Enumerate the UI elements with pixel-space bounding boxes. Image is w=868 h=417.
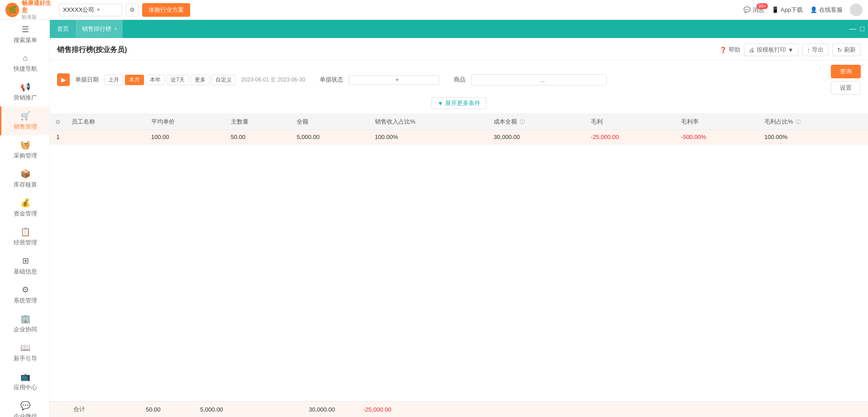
apps-icon: 📺 <box>20 372 30 382</box>
sales-icon: 🛒 <box>20 111 30 121</box>
sidebar-item-basic-label: 基础信息 <box>14 268 37 276</box>
content-area: 首页 销售排行榜 × — □ 销售排行榜(按业务员) ❓ 帮助 🖨 按模 <box>50 20 868 417</box>
sidebar-item-marketing[interactable]: 📢 营销推广 <box>0 77 49 106</box>
refresh-button[interactable]: ↻ 刷新 <box>832 43 861 56</box>
app-download-button[interactable]: 📱 App下载 <box>772 6 803 14</box>
page-title: 销售排行榜(按业务员) <box>57 45 127 55</box>
purchase-icon: 🧺 <box>20 140 30 150</box>
sidebar-item-sales[interactable]: 🛒 销售管理 <box>0 106 49 135</box>
tab-maximize-button[interactable]: □ <box>860 25 864 33</box>
footer-cost-spacer <box>254 406 309 413</box>
enterprise-icon: 🏢 <box>20 314 30 324</box>
sidebar-item-search[interactable]: ☰ 搜索菜单 <box>0 20 49 49</box>
quick-filter-arrow[interactable]: ▶ <box>57 73 70 86</box>
sidebar-item-inventory[interactable]: 📦 库存核算 <box>0 164 49 193</box>
expand-icon: ▼ <box>437 100 443 107</box>
sidebar-item-sales-label: 销售管理 <box>14 123 37 131</box>
th-gross-rate: 毛利率 <box>676 114 759 130</box>
table-body: 1 100.00 50.00 5,000.00 100.00% 30,000.0… <box>50 130 868 144</box>
date-shortcuts: 上月 本月 本年 近7天 更多 自定义 <box>104 75 236 85</box>
expand-more-conditions-button[interactable]: ▼ 展开更多条件 <box>432 97 486 109</box>
date-more-btn[interactable]: 更多 <box>191 75 210 85</box>
footer-label-text: 合计 <box>73 406 85 412</box>
status-dropdown-arrow: ▼ <box>395 77 435 82</box>
refresh-icon: ↻ <box>837 47 842 53</box>
th-avg-price: 平均单价 <box>146 114 225 130</box>
top-bar-right: 💬 消息 99+ 📱 App下载 👤 在线客服 <box>743 4 863 16</box>
export-icon: ↑ <box>807 47 810 53</box>
date-cur-month-btn[interactable]: 本月 <box>125 75 144 85</box>
service-label: 在线客服 <box>819 6 843 14</box>
th-cost: 成本全额 ⓘ <box>488 114 585 130</box>
date-7days-btn[interactable]: 近7天 <box>167 75 189 85</box>
sidebar-item-wechat-label: 企业微信 <box>14 412 37 417</box>
page-header: 销售排行榜(按业务员) ❓ 帮助 🖨 按模板打印 ▼ ↑ 导出 ↻ 刷新 <box>50 38 868 60</box>
settings-text-button[interactable]: 设置 <box>831 81 861 95</box>
filter-row: ▶ 单据日期 上月 本月 本年 近7天 更多 自定义 2023-06-01 至 … <box>57 65 861 95</box>
td-amount: 5,000.00 <box>291 130 369 144</box>
gear-icon: ⚙ <box>129 6 135 13</box>
tab-close-button[interactable]: × <box>114 26 117 32</box>
sidebar-item-wechat[interactable]: 💬 企业微信 <box>0 396 49 417</box>
tab-bar-right: — □ <box>849 25 868 33</box>
table-row[interactable]: 1 100.00 50.00 5,000.00 100.00% 30,000.0… <box>50 130 868 144</box>
query-button[interactable]: 查询 <box>831 65 861 78</box>
sidebar-item-quick-nav[interactable]: ⌂ 快捷导航 <box>0 49 49 77</box>
export-button[interactable]: ↑ 导出 <box>802 43 829 56</box>
logo: 🌿 畅康通好生意 标准版 <box>5 0 55 20</box>
tab-home-label: 首页 <box>57 25 69 33</box>
print-icon: 🖨 <box>749 47 755 53</box>
inventory-icon: 📦 <box>20 169 30 179</box>
footer-total-label: 合计 <box>55 405 146 413</box>
status-filter-label: 单据状态 <box>320 76 343 84</box>
online-service-button[interactable]: 👤 在线客服 <box>810 6 843 14</box>
sidebar-item-enterprise[interactable]: 🏢 企业协同 <box>0 309 49 338</box>
cost-info-icon[interactable]: ⓘ <box>520 119 525 125</box>
footer-amount: 5,000.00 <box>200 406 254 413</box>
page-header-actions: ❓ 帮助 🖨 按模板打印 ▼ ↑ 导出 ↻ 刷新 <box>719 43 861 56</box>
status-filter-select[interactable]: ▼ <box>349 75 439 85</box>
tab-sales-ranking[interactable]: 销售排行榜 × <box>76 20 123 38</box>
company-name: XXXXX公司 <box>63 6 94 14</box>
message-button[interactable]: 💬 消息 99+ <box>743 6 764 14</box>
refresh-label: 刷新 <box>844 46 856 54</box>
help-button[interactable]: ❓ 帮助 <box>719 46 740 54</box>
logo-icon: 🌿 <box>5 3 19 17</box>
th-employee: 员工名称 <box>66 114 146 130</box>
sidebar-item-system-label: 系统管理 <box>14 297 37 305</box>
query-actions: 查询 设置 <box>831 65 861 95</box>
sidebar-item-marketing-label: 营销推广 <box>14 94 37 102</box>
date-range-display: 2023-06-01 至 2023-06-30 <box>241 76 305 84</box>
td-main-qty: 50.00 <box>225 130 292 144</box>
sidebar-item-apps[interactable]: 📺 应用中心 <box>0 367 49 396</box>
print-label: 按模板打印 <box>757 46 786 54</box>
sidebar-item-system[interactable]: ⚙ 系统管理 <box>0 280 49 309</box>
tab-home[interactable]: 首页 <box>50 20 76 38</box>
sidebar-item-guide[interactable]: 📖 新手引导 <box>0 338 49 367</box>
user-avatar[interactable] <box>850 4 863 16</box>
goods-filter-select[interactable]: ... <box>471 74 607 86</box>
company-selector[interactable]: XXXXX公司 ▼ <box>59 4 122 16</box>
td-employee <box>66 130 146 144</box>
tab-minimize-button[interactable]: — <box>849 25 856 33</box>
sidebar-item-operations[interactable]: 📋 经营管理 <box>0 222 49 251</box>
marketing-icon: 📢 <box>20 82 30 92</box>
sidebar-item-purchase[interactable]: 🧺 采购管理 <box>0 135 49 164</box>
sidebar-item-finance[interactable]: 💰 资金管理 <box>0 193 49 222</box>
date-prev-month-btn[interactable]: 上月 <box>104 75 123 85</box>
print-button[interactable]: 🖨 按模板打印 ▼ <box>744 43 799 56</box>
sidebar-item-operations-label: 经营管理 <box>14 239 37 247</box>
td-gross-ratio: 100.00% <box>759 130 868 144</box>
sidebar-item-apps-label: 应用中心 <box>14 383 37 392</box>
sidebar-item-search-label: 搜索菜单 <box>14 36 37 44</box>
app-label: App下载 <box>781 6 803 14</box>
service-icon: 👤 <box>810 6 817 13</box>
industry-button[interactable]: 体验行业方案 <box>142 3 190 17</box>
company-settings-button[interactable]: ⚙ <box>126 4 139 16</box>
th-settings[interactable]: ⚙ <box>50 114 66 130</box>
td-cost: 30,000.00 <box>488 130 585 144</box>
gross-ratio-info-icon[interactable]: ⓘ <box>796 119 801 125</box>
date-custom-btn[interactable]: 自定义 <box>211 75 236 85</box>
sidebar-item-basic[interactable]: ⊞ 基础信息 <box>0 251 49 280</box>
date-year-btn[interactable]: 本年 <box>146 75 165 85</box>
